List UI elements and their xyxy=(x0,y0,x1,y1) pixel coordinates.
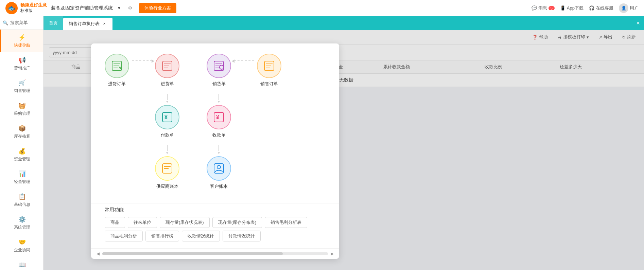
arrow-down-receipt: ▼ xyxy=(207,145,231,155)
receipt-doc-circle: ¥ xyxy=(207,105,231,129)
main-area: 🔍 搜索菜单 ⚡ 快捷导航 📢 营销推广 🛒 销售管理 🧺 采购管理 📦 xyxy=(0,16,644,270)
tab-home[interactable]: 首页 xyxy=(43,16,63,30)
basic-info-icon: 📋 xyxy=(18,193,26,200)
flow-node-sales-order: 销售订单 xyxy=(257,54,281,87)
tab-home-label: 首页 xyxy=(49,20,58,26)
flow-row-3: 供应商账本 xyxy=(105,156,326,190)
app-download-button[interactable]: 📱 App下载 xyxy=(560,5,584,11)
sidebar-item-finance[interactable]: 💰 资金管理 xyxy=(0,143,43,166)
cf-btn-payment-stats[interactable]: 付款情况统计 xyxy=(223,231,261,241)
flow-arrows-row-2: ▼ ▼ xyxy=(105,145,326,155)
purchase-order-circle xyxy=(105,54,129,78)
arrow-down-payment: ▼ xyxy=(155,145,179,155)
logo-area: 🐟 畅康通好生意 标准版 xyxy=(5,2,47,14)
dropdown-arrow[interactable]: ▼ xyxy=(117,5,121,11)
sidebar-item-guide[interactable]: 📖 新手引导 xyxy=(0,257,43,270)
cf-btn-sales-rank[interactable]: 销售排行榜 xyxy=(145,231,179,241)
tab-bar: 首页 销售订单执行表 × × xyxy=(43,16,644,30)
sidebar-item-label: 库存核算 xyxy=(14,133,30,139)
sales-icon: 🛒 xyxy=(18,79,26,87)
flow-node-payment-doc: ¥ 付款单 xyxy=(155,105,179,138)
service-icon: 🎧 xyxy=(589,5,594,11)
sales-doc-label: 销货单 xyxy=(212,81,226,87)
scroll-right-arrow[interactable]: ▶ xyxy=(331,251,334,256)
logo-line1: 畅康通好生意 xyxy=(20,2,47,8)
online-service-label: 在线客服 xyxy=(596,5,613,11)
common-functions: 常用功能 商品 往来单位 现存量(库存状况表) 现存量(库存分布表) 销售毛利分… xyxy=(91,203,339,248)
message-icon: 💬 xyxy=(532,5,537,11)
cf-title: 常用功能 xyxy=(105,207,326,213)
sidebar-item-marketing[interactable]: 📢 营销推广 xyxy=(0,52,43,75)
sidebar-item-label: 快捷导航 xyxy=(14,42,30,48)
flow-row-2: ¥ 付款单 xyxy=(105,105,326,138)
user-area[interactable]: 👤 用户 xyxy=(619,3,639,13)
cf-btn-receipt-stats[interactable]: 收款情况统计 xyxy=(182,231,220,241)
system-icon: ⚙️ xyxy=(18,216,26,223)
cf-btn-stock-status[interactable]: 现存量(库存状况表) xyxy=(160,217,210,228)
avatar: 👤 xyxy=(619,3,628,13)
app-icon: 📱 xyxy=(560,5,565,11)
app-container: 🐟 畅康通好生意 标准版 装备及固定资产辅助管理系统 ▼ ⚙ 体验行业方案 💬 … xyxy=(0,0,644,270)
cf-btn-goods-profit[interactable]: 商品毛利分析 xyxy=(105,231,143,241)
flow-node-receipt-doc: ¥ 收款单 xyxy=(207,105,231,138)
svg-point-25 xyxy=(217,165,221,169)
search-icon: 🔍 xyxy=(3,20,8,25)
arrow-purchase-order-to-doc xyxy=(129,54,155,61)
sidebar-item-system[interactable]: ⚙️ 系统管理 xyxy=(0,212,43,234)
online-service-button[interactable]: 🎧 在线客服 xyxy=(589,5,613,11)
sales-doc-circle xyxy=(207,54,231,78)
sidebar-item-basic-info[interactable]: 📋 基础信息 xyxy=(0,189,43,212)
sidebar-item-label: 营销推广 xyxy=(14,65,30,71)
sidebar-item-operations[interactable]: 📊 经营管理 xyxy=(0,166,43,189)
page-content: ❓ 帮助 🖨 按模板打印 ▾ ↗ 导出 ↻ 刷新 xyxy=(43,30,644,270)
trial-button[interactable]: 体验行业方案 xyxy=(139,3,176,13)
cf-btn-stock-dist[interactable]: 现存量(库存分布表) xyxy=(212,217,262,228)
sidebar-item-sales[interactable]: 🛒 销售管理 xyxy=(0,75,43,98)
cf-buttons: 商品 往来单位 现存量(库存状况表) 现存量(库存分布表) 销售毛利分析表 商品… xyxy=(105,217,326,241)
cf-btn-partner[interactable]: 往来单位 xyxy=(128,217,157,228)
modal-overlay: 进货订单 xyxy=(43,30,644,270)
flow-row-1: 进货订单 xyxy=(105,54,326,87)
flow-node-purchase-order: 进货订单 xyxy=(105,54,129,87)
sidebar-item-enterprise[interactable]: 🤝 企业协同 xyxy=(0,234,43,257)
sidebar-search[interactable]: 🔍 搜索菜单 xyxy=(0,16,43,30)
tab-sales-order[interactable]: 销售订单执行表 × xyxy=(63,18,112,30)
app-download-label: App下载 xyxy=(567,5,584,11)
cf-btn-goods[interactable]: 商品 xyxy=(105,217,125,228)
sidebar-item-label: 企业协同 xyxy=(14,247,30,253)
sidebar-item-label: 系统管理 xyxy=(14,224,30,230)
operations-icon: 📊 xyxy=(18,170,26,178)
message-label: 消息 xyxy=(538,5,547,11)
quick-nav-icon: ⚡ xyxy=(18,34,26,41)
tab-close-button[interactable]: × xyxy=(102,21,107,26)
marketing-icon: 📢 xyxy=(18,56,26,64)
system-title: 装备及固定资产辅助管理系统 xyxy=(51,5,113,11)
supplier-ledger-circle xyxy=(155,156,179,181)
guide-icon: 📖 xyxy=(18,261,26,269)
purchase-icon: 🧺 xyxy=(18,102,26,109)
sidebar-item-inventory[interactable]: 📦 库存核算 xyxy=(0,121,43,143)
sidebar-item-quick-nav[interactable]: ⚡ 快捷导航 xyxy=(0,30,43,52)
message-button[interactable]: 💬 消息 5 xyxy=(532,5,555,11)
flow-node-supplier-ledger: 供应商账本 xyxy=(155,156,179,190)
purchase-doc-label: 进货单 xyxy=(161,81,174,87)
enterprise-icon: 🤝 xyxy=(18,238,26,246)
customer-ledger-circle xyxy=(207,156,231,181)
flow-arrows-row: ▼ ▼ xyxy=(105,94,326,104)
scroll-thumb xyxy=(102,252,283,255)
top-bar: 🐟 畅康通好生意 标准版 装备及固定资产辅助管理系统 ▼ ⚙ 体验行业方案 💬 … xyxy=(0,0,644,16)
flow-node-customer-ledger: 客户账本 xyxy=(207,156,231,190)
supplier-ledger-label: 供应商账本 xyxy=(156,183,178,190)
sales-order-circle xyxy=(257,54,281,78)
sidebar-item-purchase[interactable]: 🧺 采购管理 xyxy=(0,98,43,121)
tab-bar-close-button[interactable]: × xyxy=(636,20,640,27)
receipt-doc-label: 收款单 xyxy=(212,132,226,138)
scroll-track[interactable] xyxy=(102,252,328,255)
scroll-left-arrow[interactable]: ◀ xyxy=(97,251,100,256)
cf-btn-sales-profit[interactable]: 销售毛利分析表 xyxy=(265,217,307,228)
modal-flow: 进货订单 xyxy=(91,43,339,203)
settings-button[interactable]: ⚙ xyxy=(125,3,135,13)
sidebar: 🔍 搜索菜单 ⚡ 快捷导航 📢 营销推广 🛒 销售管理 🧺 采购管理 📦 xyxy=(0,16,43,270)
customer-ledger-label: 客户账本 xyxy=(210,183,228,190)
logo-text: 畅康通好生意 标准版 xyxy=(20,2,47,13)
